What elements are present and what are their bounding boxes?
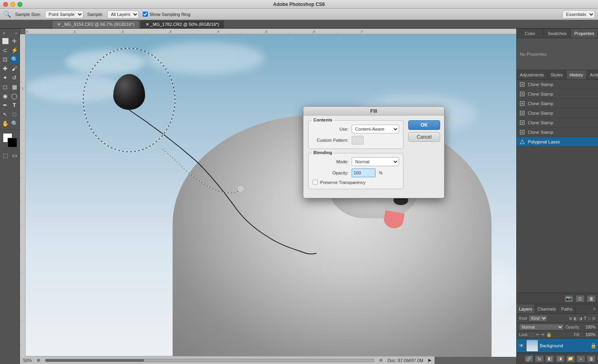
create-new-snapshot-button[interactable]: 📷 [565, 295, 573, 302]
smart-filter-icon[interactable]: ⚙ [592, 316, 596, 321]
fill-dialog[interactable]: Fill Contents Use: Foreground Color Back… [303, 106, 445, 198]
zoom-out-icon[interactable]: ⊖ [379, 358, 383, 363]
preserve-transparency-checkbox[interactable] [313, 180, 318, 185]
shape-filter-icon[interactable]: □ [588, 316, 590, 321]
opacity-input[interactable]: 100 [352, 168, 376, 177]
tab-channels[interactable]: Channels [535, 304, 559, 313]
tab-layers[interactable]: Layers [517, 304, 535, 313]
filter-icon[interactable]: ⊞ [569, 316, 572, 321]
show-sampling-ring-label[interactable]: Show Sampling Ring [143, 12, 190, 17]
tab-file1[interactable]: ✕ _MG_9154.CR2 @ 66.7% (RGB/16*) [52, 20, 140, 28]
lock-position-button[interactable]: ✛ [541, 332, 545, 337]
tab-adjustments[interactable]: Adjustments [517, 70, 548, 79]
adjustment-filter-icon[interactable]: ◑ [579, 316, 582, 321]
clone-stamp-icon [519, 129, 525, 135]
history-brush-tool[interactable]: ↺ [10, 73, 19, 82]
dodge-tool[interactable]: ◯ [10, 92, 19, 100]
kind-select[interactable]: Kind [529, 315, 547, 321]
tab-history[interactable]: History [567, 70, 587, 79]
zoom-tool[interactable]: 🔍 [10, 119, 19, 128]
history-item[interactable]: Clone Stamp [517, 99, 598, 108]
no-properties-text: No Properties [517, 38, 598, 70]
quick-mask-mode[interactable]: ⬚ [1, 151, 10, 160]
delete-layer-button[interactable]: 🗑 [587, 355, 596, 362]
minimize-button[interactable] [10, 2, 15, 7]
tab-color[interactable]: Color [517, 29, 544, 38]
lock-all-button[interactable]: 🔒 [546, 332, 552, 337]
panel-menu-arrow[interactable]: ≡ [591, 307, 598, 311]
workspace-select[interactable]: Essentials [563, 10, 595, 18]
link-layers-button[interactable]: 🔗 [525, 355, 533, 362]
sample-select[interactable]: All Layers [107, 10, 139, 18]
maximize-button[interactable] [18, 2, 22, 7]
opacity-label: Opacity: [565, 325, 580, 329]
svg-text:2: 2 [122, 30, 124, 33]
svg-point-57 [521, 131, 523, 133]
quick-selection-tool[interactable]: ⚡ [10, 46, 19, 55]
tab-styles[interactable]: Styles [548, 70, 567, 79]
blend-mode-select[interactable]: Normal [519, 324, 564, 330]
lock-transparent-button[interactable]: ⬚ [530, 332, 534, 337]
history-item[interactable]: Clone Stamp [517, 80, 598, 89]
brush-tool[interactable]: 🖌 [10, 64, 19, 73]
toolbox-collapse-icon[interactable]: « [15, 31, 18, 35]
gradient-tool[interactable]: ▦ [10, 82, 19, 91]
opacity-row: Opacity: 100 % [313, 168, 399, 177]
lock-pixels-button[interactable]: ✏ [536, 332, 539, 337]
layer-visibility-toggle[interactable]: 👁 [518, 342, 525, 349]
eraser-tool[interactable]: ◻ [1, 82, 10, 91]
create-new-document-button[interactable]: 🗋 [576, 295, 584, 302]
close-button[interactable] [3, 2, 8, 7]
history-item[interactable]: Clone Stamp [517, 127, 598, 137]
new-layer-button[interactable]: + [576, 355, 585, 362]
adjustment-layer-button[interactable]: ◑ [556, 355, 565, 362]
rectangular-marquee-tool[interactable]: ⬜ [1, 37, 10, 45]
zoom-slider[interactable] [45, 359, 374, 362]
sample-size-select[interactable]: Point Sample [45, 10, 83, 18]
crop-tool[interactable]: ⊡ [1, 55, 10, 64]
background-color[interactable] [8, 138, 17, 147]
custom-pattern-swatch[interactable] [352, 136, 364, 145]
zoom-icon[interactable]: ⊕ [37, 358, 40, 363]
show-sampling-ring-checkbox[interactable] [143, 12, 148, 17]
delete-state-button[interactable]: 🗑 [587, 295, 596, 302]
title-bar: Adobe Photoshop CS6 [0, 0, 598, 9]
window-controls[interactable] [3, 2, 22, 7]
eyedropper-tool[interactable]: 🔍 [10, 55, 19, 64]
history-item[interactable]: Clone Stamp [517, 118, 598, 127]
dialog-main: Contents Use: Foreground Color Backgroun… [308, 120, 403, 193]
group-layers-button[interactable]: 📁 [566, 355, 575, 362]
arrow-icon[interactable]: ▶ [428, 358, 431, 363]
tab-swatches[interactable]: Swatches [544, 29, 571, 38]
history-item-polygonal-lasso[interactable]: Polygonal Lasso [517, 137, 598, 147]
hand-tool[interactable]: ✋ [1, 119, 10, 128]
move-tool[interactable]: ✛ [10, 37, 19, 45]
layer-mask-button[interactable]: ◧ [545, 355, 554, 362]
path-selection-tool[interactable]: ↖ [1, 110, 10, 119]
lasso-tool[interactable]: ⊂ [1, 46, 10, 55]
app-title: Adobe Photoshop CS6 [273, 2, 325, 7]
pixel-filter-icon[interactable]: ◧ [574, 316, 577, 321]
blur-tool[interactable]: ◉ [1, 92, 10, 100]
text-filter-icon[interactable]: T [584, 316, 586, 321]
ok-button[interactable]: OK [408, 120, 440, 130]
tab-actions[interactable]: Actions [587, 70, 598, 79]
shape-tool[interactable]: □ [10, 110, 19, 119]
text-tool[interactable]: T [10, 101, 19, 110]
layer-styles-button[interactable]: fx [535, 355, 544, 362]
layer-row-background[interactable]: 👁 Background 🔒 [517, 339, 598, 353]
clone-stamp-tool[interactable]: ✦ [1, 73, 10, 82]
tab-paths[interactable]: Paths [559, 304, 575, 313]
history-item[interactable]: Clone Stamp [517, 108, 598, 118]
cancel-button[interactable]: Cancel [408, 132, 440, 142]
tab-properties[interactable]: Properties [571, 29, 598, 38]
screen-mode[interactable]: ▭ [10, 151, 19, 160]
history-item[interactable]: Clone Stamp [517, 89, 598, 99]
healing-brush-tool[interactable]: ✚ [1, 64, 10, 73]
toolbox-close-icon[interactable]: ✕ [2, 31, 6, 35]
clone-stamp-icon [519, 81, 525, 88]
tab-file2[interactable]: ✕ _MG_1782.CR2 @ 50% (RGB/16*) [140, 20, 224, 28]
use-select[interactable]: Foreground Color Background Color Color.… [352, 125, 399, 133]
pen-tool[interactable]: ✒ [1, 101, 10, 110]
mode-select[interactable]: Normal Dissolve Multiply Screen Overlay [352, 157, 399, 166]
